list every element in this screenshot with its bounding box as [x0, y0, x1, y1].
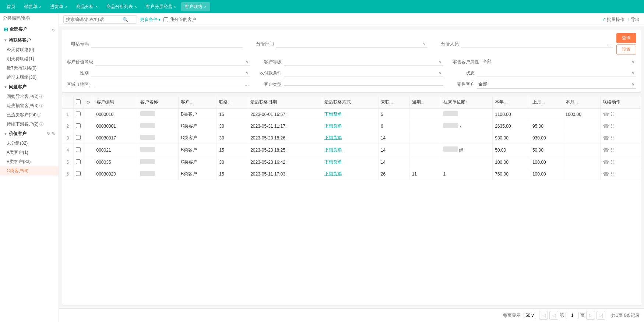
page-prev-btn[interactable]: ◁	[549, 311, 558, 320]
row-checkbox[interactable]	[73, 168, 84, 180]
my-customers-checkbox-wrap[interactable]: 我分管的客户	[163, 17, 196, 23]
th-settings[interactable]: ⚙	[84, 96, 94, 109]
filter-payment-select[interactable]: ∨	[284, 69, 443, 77]
sidebar-item-7days[interactable]: 近7天待联络(0)	[0, 64, 59, 73]
filter-manager-select[interactable]: …	[461, 40, 613, 47]
page-input[interactable]	[566, 312, 579, 319]
sidebar-all-customers[interactable]: ⊞ 全部客户 «	[0, 23, 59, 35]
filter-retail-customer-select[interactable]: 全部 ∨	[477, 80, 636, 89]
section-title-value[interactable]: ▼ 价值客户 ↻ ✎	[0, 129, 59, 139]
filter-retail-attr-select[interactable]: 全部 ∨	[481, 57, 636, 66]
row-checkbox[interactable]	[73, 132, 84, 144]
export-icon: ↑	[627, 17, 630, 22]
page-next-btn[interactable]: ▷	[586, 311, 595, 320]
triangle-problem-icon: ▼	[4, 85, 7, 89]
contact-days: 30	[217, 156, 248, 168]
action-more-icon[interactable]: ⠿	[610, 123, 614, 129]
sidebar-item-churned[interactable]: 已流失客户(24) ⓘ	[0, 110, 59, 120]
close-goods-list-icon[interactable]: ×	[134, 4, 137, 9]
this-year-amount: 2635.00	[493, 120, 530, 132]
query-button[interactable]: 查询	[616, 33, 636, 43]
nav-item-purchase[interactable]: 进货单 ×	[46, 2, 71, 11]
nav-item-customer-contact[interactable]: 客户联络 ×	[181, 2, 210, 11]
row-index: 6	[62, 168, 73, 180]
action-more-icon[interactable]: ⠿	[610, 159, 614, 165]
filter-customer-type-select[interactable]	[284, 83, 443, 86]
set-button[interactable]: 设置	[616, 45, 636, 54]
sidebar-item-today[interactable]: 今天待联络(0)	[0, 45, 59, 54]
unit-amount-blurred	[443, 111, 458, 116]
batch-op-btn[interactable]: ✓ 批量操作	[602, 17, 624, 23]
action-more-icon[interactable]: ⠿	[610, 147, 614, 153]
th-code: 客户编码	[94, 96, 138, 109]
action-cell: ☎ ⠿	[601, 109, 641, 120]
table-row: 5 000035 C类客户 30 2023-05-23 16:42: 下销货单 …	[62, 156, 641, 168]
search-input[interactable]	[66, 17, 121, 22]
close-goods-analysis-icon[interactable]: ×	[95, 4, 98, 9]
nav-item-customer-tier[interactable]: 客户分层经营 ×	[142, 2, 180, 11]
unit-amount: 1	[441, 168, 493, 180]
action-phone-icon[interactable]: ☎	[603, 112, 609, 117]
customer-code: 00030020	[94, 168, 138, 180]
chevron-down-icon: ▾	[158, 17, 161, 22]
customer-name-blurred	[140, 123, 155, 128]
sidebar-item-b-class[interactable]: B类客户(33)	[0, 157, 59, 166]
action-phone-icon[interactable]: ☎	[603, 159, 609, 165]
row-checkbox[interactable]	[73, 156, 84, 168]
overdue-days	[409, 156, 441, 168]
export-btn[interactable]: ↑ 导出	[627, 17, 640, 23]
nav-item-sales[interactable]: 销货单 ×	[21, 2, 45, 11]
sidebar-item-repurchase-anomaly[interactable]: 回购异常客户(2) ⓘ	[0, 92, 59, 101]
action-phone-icon[interactable]: ☎	[603, 171, 609, 177]
sidebar-item-c-class[interactable]: C类客户(6)	[0, 166, 59, 176]
action-phone-icon[interactable]: ☎	[603, 147, 609, 153]
action-more-icon[interactable]: ⠿	[610, 135, 614, 141]
close-customer-contact-icon[interactable]: ×	[204, 4, 206, 9]
close-sales-icon[interactable]: ×	[39, 4, 41, 9]
unit-amount	[441, 156, 493, 168]
filter-customer-level-select[interactable]: ∨	[284, 58, 443, 66]
search-icon[interactable]: 🔍	[123, 17, 128, 22]
filter-dept-select[interactable]: ∨	[276, 40, 428, 48]
sidebar-item-unclassified[interactable]: 未分组(32)	[0, 139, 59, 148]
page-first-btn[interactable]: |◁	[539, 311, 548, 320]
sidebar-item-overdue-contact[interactable]: 逾期未联络(30)	[0, 73, 59, 82]
th-action: 联络动作	[601, 96, 641, 109]
filter-value-level-select[interactable]: ∨	[95, 58, 250, 66]
page-last-btn[interactable]: ▷|	[597, 311, 605, 320]
row-checkbox[interactable]	[73, 144, 84, 156]
refresh-value-icon[interactable]: ↻	[47, 131, 50, 136]
nav-item-goods-list[interactable]: 商品分析列表 ×	[103, 2, 140, 11]
filter-status-select[interactable]: ∨	[477, 69, 636, 77]
overdue-days	[409, 109, 441, 120]
sidebar-search-input[interactable]	[3, 15, 58, 21]
filter-gender: 性别 ∨	[67, 69, 250, 77]
filter-phone-input[interactable]	[91, 40, 243, 48]
select-all-checkbox[interactable]	[76, 99, 81, 104]
last-contact-method: 下销货单	[322, 132, 378, 144]
section-title-pending[interactable]: ▼ 待联络客户	[0, 35, 59, 45]
sidebar-item-tomorrow[interactable]: 明天待联络(1)	[0, 54, 59, 64]
nav-item-goods-analysis[interactable]: 商品分析 ×	[73, 2, 101, 11]
nav-item-home[interactable]: 首页	[3, 2, 19, 11]
edit-value-icon[interactable]: ✎	[52, 131, 55, 136]
filter-region-more[interactable]: …	[95, 81, 250, 88]
more-conditions-btn[interactable]: 更多条件 ▾	[140, 17, 161, 23]
sidebar-item-a-class[interactable]: A类客户(1)	[0, 148, 59, 157]
action-more-icon[interactable]: ⠿	[610, 112, 614, 117]
action-phone-icon[interactable]: ☎	[603, 135, 609, 141]
filter-gender-select[interactable]: ∨	[91, 69, 250, 77]
section-title-problem[interactable]: ▼ 问题客户	[0, 82, 59, 92]
row-index: 2	[62, 120, 73, 132]
action-phone-icon[interactable]: ☎	[603, 123, 609, 129]
my-customers-checkbox[interactable]	[163, 17, 168, 22]
close-purchase-icon[interactable]: ×	[65, 4, 67, 9]
action-more-icon[interactable]: ⠿	[610, 171, 614, 177]
sidebar-item-declining[interactable]: 持续下滑客户(2) ⓘ	[0, 120, 59, 129]
sidebar-item-churn-warning[interactable]: 流失预警客户(3) ⓘ	[0, 101, 59, 110]
row-checkbox[interactable]	[73, 120, 84, 132]
sidebar-collapse-icon[interactable]: «	[52, 26, 55, 32]
page-size-select[interactable]: 50 ∨	[524, 312, 536, 319]
row-checkbox[interactable]	[73, 109, 84, 120]
close-customer-tier-icon[interactable]: ×	[174, 4, 176, 9]
